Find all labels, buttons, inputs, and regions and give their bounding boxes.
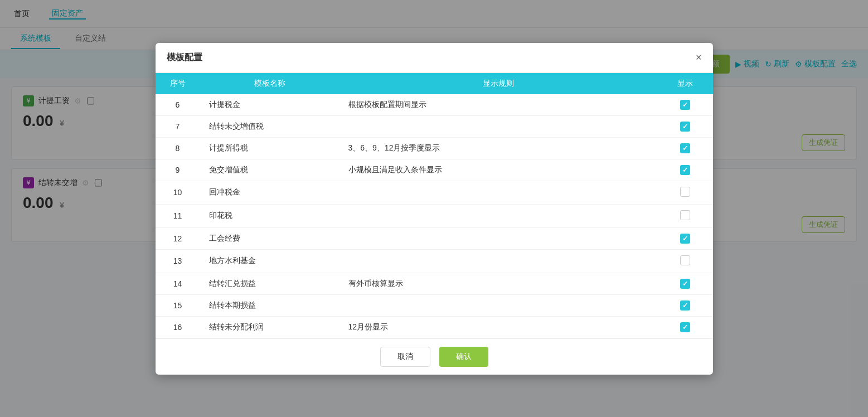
cell-rule-4 xyxy=(340,181,657,204)
cell-rule-0: 根据模板配置期间显示 xyxy=(340,94,657,116)
config-table: 序号 模板名称 显示规则 显示 6计提税金根据模板配置期间显示7结转未交增值税8… xyxy=(156,73,713,338)
cell-name-0: 计提税金 xyxy=(200,94,340,116)
table-row: 8计提所得税3、6、9、12月按季度显示 xyxy=(156,137,713,159)
col-header-name: 模板名称 xyxy=(200,73,340,94)
table-row: 16结转未分配利润12月份显示 xyxy=(156,316,713,338)
cell-checkbox-8[interactable] xyxy=(657,273,713,294)
cell-id-8: 14 xyxy=(156,273,200,294)
cell-checkbox-7[interactable] xyxy=(657,249,713,273)
cell-id-5: 11 xyxy=(156,204,200,227)
checkbox-1[interactable] xyxy=(680,122,690,132)
checkbox-7[interactable] xyxy=(680,255,690,265)
cell-name-8: 结转汇兑损益 xyxy=(200,273,340,294)
cell-id-2: 8 xyxy=(156,137,200,159)
cell-name-3: 免交增值税 xyxy=(200,159,340,181)
modal-overlay: 模板配置 × 序号 模板名称 显示规则 显示 6计提税金根据模板配置期间显示7结… xyxy=(0,0,868,417)
checkbox-0[interactable] xyxy=(680,100,690,110)
cell-name-4: 回冲税金 xyxy=(200,181,340,204)
cell-name-7: 地方水利基金 xyxy=(200,249,340,273)
cell-rule-6 xyxy=(340,227,657,249)
modal-title: 模板配置 xyxy=(167,52,202,64)
checkbox-5[interactable] xyxy=(680,210,690,220)
cell-checkbox-0[interactable] xyxy=(657,94,713,116)
modal-header: 模板配置 × xyxy=(156,43,713,73)
cell-name-2: 计提所得税 xyxy=(200,137,340,159)
cell-id-9: 15 xyxy=(156,294,200,316)
checkbox-4[interactable] xyxy=(680,187,690,197)
checkbox-6[interactable] xyxy=(680,234,690,244)
checkbox-2[interactable] xyxy=(680,143,690,153)
checkbox-8[interactable] xyxy=(680,279,690,289)
cell-id-0: 6 xyxy=(156,94,200,116)
cell-rule-7 xyxy=(340,249,657,273)
cell-checkbox-1[interactable] xyxy=(657,115,713,137)
table-row: 10回冲税金 xyxy=(156,181,713,204)
table-row: 6计提税金根据模板配置期间显示 xyxy=(156,94,713,116)
cell-id-7: 13 xyxy=(156,249,200,273)
cell-rule-3: 小规模且满足收入条件显示 xyxy=(340,159,657,181)
table-row: 14结转汇兑损益有外币核算显示 xyxy=(156,273,713,294)
cell-checkbox-10[interactable] xyxy=(657,316,713,338)
cell-rule-8: 有外币核算显示 xyxy=(340,273,657,294)
cell-id-10: 16 xyxy=(156,316,200,338)
table-header-row: 序号 模板名称 显示规则 显示 xyxy=(156,73,713,94)
cell-checkbox-5[interactable] xyxy=(657,204,713,227)
cell-checkbox-6[interactable] xyxy=(657,227,713,249)
cancel-button[interactable]: 取消 xyxy=(380,347,430,367)
col-header-rule: 显示规则 xyxy=(340,73,657,94)
table-row: 9免交增值税小规模且满足收入条件显示 xyxy=(156,159,713,181)
table-row: 11印花税 xyxy=(156,204,713,227)
table-row: 15结转本期损益 xyxy=(156,294,713,316)
cell-id-4: 10 xyxy=(156,181,200,204)
cell-checkbox-4[interactable] xyxy=(657,181,713,204)
cell-name-5: 印花税 xyxy=(200,204,340,227)
modal-body: 序号 模板名称 显示规则 显示 6计提税金根据模板配置期间显示7结转未交增值税8… xyxy=(156,73,713,338)
cell-name-6: 工会经费 xyxy=(200,227,340,249)
checkbox-10[interactable] xyxy=(680,322,690,332)
cell-id-6: 12 xyxy=(156,227,200,249)
cell-name-9: 结转本期损益 xyxy=(200,294,340,316)
cell-checkbox-2[interactable] xyxy=(657,137,713,159)
cell-rule-1 xyxy=(340,115,657,137)
col-header-id: 序号 xyxy=(156,73,200,94)
checkbox-3[interactable] xyxy=(680,165,690,175)
cell-rule-9 xyxy=(340,294,657,316)
cell-rule-2: 3、6、9、12月按季度显示 xyxy=(340,137,657,159)
cell-checkbox-3[interactable] xyxy=(657,159,713,181)
cell-name-1: 结转未交增值税 xyxy=(200,115,340,137)
cell-rule-5 xyxy=(340,204,657,227)
col-header-display: 显示 xyxy=(657,73,713,94)
modal-footer: 取消 确认 xyxy=(156,338,713,375)
cell-checkbox-9[interactable] xyxy=(657,294,713,316)
checkbox-9[interactable] xyxy=(680,300,690,311)
cell-id-1: 7 xyxy=(156,115,200,137)
cell-id-3: 9 xyxy=(156,159,200,181)
confirm-button[interactable]: 确认 xyxy=(439,347,488,367)
table-row: 7结转未交增值税 xyxy=(156,115,713,137)
modal-template-config: 模板配置 × 序号 模板名称 显示规则 显示 6计提税金根据模板配置期间显示7结… xyxy=(156,43,713,375)
cell-rule-10: 12月份显示 xyxy=(340,316,657,338)
table-row: 13地方水利基金 xyxy=(156,249,713,273)
cell-name-10: 结转未分配利润 xyxy=(200,316,340,338)
modal-close-button[interactable]: × xyxy=(696,52,702,62)
table-row: 12工会经费 xyxy=(156,227,713,249)
